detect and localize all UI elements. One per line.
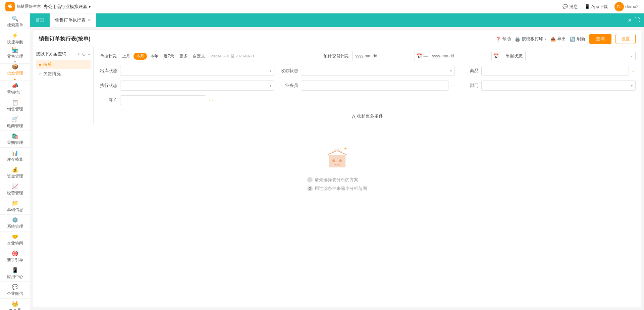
empty-state: ✦ 1 请先选择要分析的方案 2 用过滤条件来缩小分析范围 — [33, 124, 641, 205]
message-icon: 💬 — [562, 4, 568, 9]
sidebar-item-enterprise-collab[interactable]: 🤝 企业协同 — [0, 231, 30, 248]
single-status-filter-group: 单据状态 ▾ — [504, 51, 636, 61]
sub-nav-press-order[interactable]: ● 按单 — [36, 60, 91, 69]
date-range-text: 2023-03-01 至 2023-03-31 — [211, 54, 255, 59]
sidebar-item-retail-mgmt[interactable]: 🏪 零售管理 ▼ — [0, 47, 30, 64]
export-icon: 📤 — [550, 37, 556, 42]
calendar-end-icon[interactable]: 📅 — [493, 53, 499, 59]
sidebar-item-ecommerce[interactable]: 🛒 电商管理 — [0, 114, 30, 131]
calendar-start-icon[interactable]: 📅 — [416, 53, 422, 59]
page-actions: ❓ 帮助 🖨️ 按模板打印 ▾ 📤 导出 🔄 刷新 — [495, 34, 636, 44]
arrears-icon: ○ — [39, 71, 41, 76]
tab-home[interactable]: 首页 — [30, 13, 50, 27]
salesperson-label: 业务员 — [280, 83, 298, 89]
shipment-status-select[interactable]: ▾ — [120, 66, 274, 76]
tab-maximize-icon[interactable]: ⛶ — [635, 17, 640, 23]
execution-status-select[interactable]: ▾ — [120, 81, 274, 91]
salesperson-input[interactable] — [301, 81, 448, 91]
payment-arrow-icon: ▾ — [450, 69, 452, 73]
sidebar-item-operations[interactable]: 📈 经营管理 — [0, 181, 30, 198]
expected-date-start[interactable] — [352, 51, 415, 61]
print-template-button[interactable]: 🖨️ 按模板打印 ▾ — [515, 36, 546, 42]
top-header: 畅 畅捷通好生意 办公用品行业模拟账套 ▾ 💬 消息 📱 App下载 Ea de… — [0, 0, 644, 13]
empty-illustration: ✦ — [324, 145, 351, 171]
sidebar-item-wholesale-mgmt[interactable]: 📦 批发管理 ▲ — [0, 64, 30, 81]
refresh-button[interactable]: 🔄 刷新 — [570, 36, 585, 42]
date-btn-this-year[interactable]: 本年 — [148, 53, 160, 60]
scheme-collapse-icon[interactable]: « — [88, 51, 91, 57]
payment-status-select[interactable]: ▾ — [301, 66, 455, 76]
sidebar-item-new-guide[interactable]: 🎯 新手引导 — [0, 248, 30, 265]
product-input[interactable] — [481, 66, 629, 76]
scheme-copy-icon[interactable]: ⊙ — [82, 51, 86, 57]
more-conditions-area: ⋀ 收起更多条件 — [99, 110, 636, 120]
sidebar-item-basic-info[interactable]: 📁 基础信息 — [0, 198, 30, 215]
salesperson-ellipsis-icon[interactable]: ··· — [451, 83, 455, 88]
scheme-header: 按以下方案查询 + ⊙ « — [36, 51, 91, 57]
single-status-select[interactable]: ▾ — [525, 51, 636, 61]
sales-order-tab-label: 销售订单执行表 — [55, 17, 86, 23]
collapse-icon: ⋀ — [352, 114, 356, 119]
message-action[interactable]: 💬 消息 — [562, 4, 578, 10]
scheme-add-icon[interactable]: + — [77, 51, 80, 57]
sidebar-item-quick-nav[interactable]: ⚡ 快捷导航 — [0, 30, 30, 47]
search-menu-icon: 🔍 — [12, 15, 18, 22]
sidebar-item-marketing[interactable]: 📣 营销推广 — [0, 81, 30, 97]
department-select[interactable]: ▾ — [481, 81, 636, 91]
tab-close-icon[interactable]: ✕ — [88, 18, 91, 22]
date-btn-more[interactable]: 更多 — [177, 53, 190, 60]
svg-text:✦: ✦ — [344, 146, 347, 151]
print-icon: 🖨️ — [515, 37, 520, 42]
svg-point-1 — [332, 159, 335, 162]
sidebar-item-search-menu[interactable]: 🔍 搜索菜单 — [0, 13, 30, 30]
sidebar-item-member[interactable]: 👑 畅会员 — [0, 299, 30, 310]
expected-date-end[interactable] — [429, 51, 492, 61]
sidebar-item-sales-mgmt[interactable]: 📋 销售管理 — [0, 97, 30, 114]
tab-sales-order-exec[interactable]: 销售订单执行表 ✕ — [50, 13, 96, 27]
main-layout: 🔍 搜索菜单 ⚡ 快捷导航 🏪 零售管理 ▼ 📦 批发管理 ▲ 📣 营销推广 📋… — [0, 13, 644, 310]
tab-nav-right: ✕ ⛶ — [628, 17, 644, 23]
export-button[interactable]: 📤 导出 — [550, 36, 566, 42]
scheme-icons: + ⊙ « — [77, 51, 91, 57]
date-btn-last-month[interactable]: 上月 — [120, 53, 132, 60]
logo-icon: 畅 — [5, 2, 15, 11]
page-title: 销售订单执行表(按单) — [39, 36, 91, 43]
help-icon: ❓ — [495, 37, 501, 42]
date-btn-this-month[interactable]: 本月 — [133, 53, 147, 60]
customer-input[interactable] — [120, 95, 206, 105]
member-icon: 👑 — [12, 301, 18, 307]
shipment-status-group: 出库状态 ▾ — [99, 66, 274, 76]
sidebar-item-app-center[interactable]: 📱 应用中心 — [0, 265, 30, 282]
collapse-conditions-button[interactable]: ⋀ 收起更多条件 — [352, 113, 383, 119]
sidebar-item-enterprise-wechat[interactable]: 💬 企业微信 — [0, 282, 30, 299]
finance-icon: 💰 — [12, 166, 18, 173]
sidebar-item-finance[interactable]: 💰 资金管理 — [0, 164, 30, 181]
sidebar-item-system-mgmt[interactable]: ⚙️ 系统管理 — [0, 215, 30, 231]
app-download-action[interactable]: 📱 App下载 — [585, 4, 608, 10]
sidebar-item-inventory[interactable]: 📊 库存核算 — [0, 148, 30, 164]
payment-status-group: 收款状态 ▾ — [280, 66, 455, 76]
company-select[interactable]: 办公用品行业模拟账套 ▾ — [44, 4, 91, 10]
avatar: Ea — [614, 2, 624, 11]
sub-nav-arrears[interactable]: ○ 欠货情况 — [36, 69, 91, 79]
wholesale-arrow-icon: ▲ — [13, 77, 16, 81]
query-button[interactable]: 查询 — [589, 34, 611, 44]
product-ellipsis-icon[interactable]: ··· — [632, 68, 636, 73]
department-label: 部门 — [460, 83, 479, 89]
sidebar-item-purchase[interactable]: 🛍️ 采购管理 — [0, 131, 30, 148]
scheme-panel: 按以下方案查询 + ⊙ « ● 按单 ○ 欠货情况 — [33, 47, 94, 124]
operations-icon: 📈 — [12, 183, 18, 190]
user-profile[interactable]: Ea demo2 — [614, 2, 639, 11]
single-status-arrow-icon: ▾ — [631, 54, 633, 58]
help-button[interactable]: ❓ 帮助 — [495, 36, 511, 42]
tab-close-window-icon[interactable]: ✕ — [628, 17, 632, 23]
date-btn-7days[interactable]: 近7天 — [162, 53, 176, 60]
execution-status-group: 执行状态 ▾ — [99, 81, 274, 91]
date-btn-custom[interactable]: 自定义 — [191, 53, 207, 60]
content-area: 首页 销售订单执行表 ✕ ✕ ⛶ 销售订单执行表(按单) ❓ 帮助 — [30, 13, 644, 310]
logo-area: 畅 畅捷通好生意 — [5, 2, 41, 11]
customer-ellipsis-icon[interactable]: ··· — [209, 98, 213, 103]
enterprise-collab-icon: 🤝 — [12, 234, 18, 240]
settings-button[interactable]: 设置 — [615, 34, 636, 44]
page-header: 销售订单执行表(按单) ❓ 帮助 🖨️ 按模板打印 ▾ 📤 导出 — [33, 30, 641, 47]
